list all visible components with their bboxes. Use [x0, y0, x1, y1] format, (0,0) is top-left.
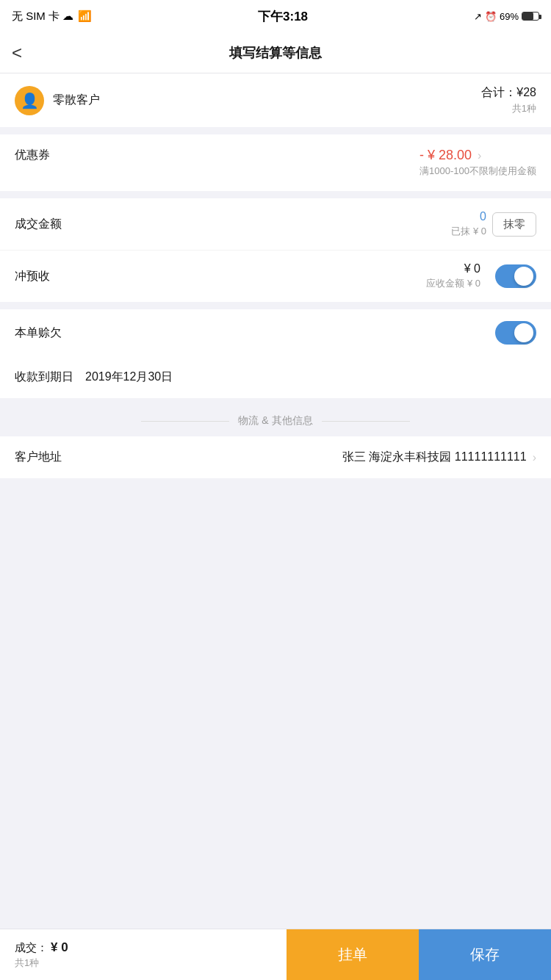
bottom-info: 成交： ¥ 0 共1种: [0, 929, 287, 980]
prepay-label: 冲预收: [15, 269, 50, 284]
coupon-label: 优惠券: [15, 148, 50, 163]
prepay-amount: ¥ 0: [464, 262, 480, 275]
chevron-right-icon: ›: [478, 149, 481, 162]
rounded-label: 已抹 ¥ 0: [451, 225, 486, 238]
prepay-toggle[interactable]: [495, 264, 536, 288]
page-title: 填写结算等信息: [229, 44, 322, 62]
customer-row: 👤 零散客户 合计：¥28 共1种: [0, 73, 551, 127]
address-value: 张三 海淀永丰科技园 11111111111: [342, 450, 527, 465]
status-left: 无 SIM 卡 ☁ 📶: [12, 10, 92, 24]
transaction-amount-row: 成交金额 0 已抹 ¥ 0 抹零: [0, 198, 551, 250]
address-chevron-icon: ›: [533, 451, 536, 464]
bottom-transaction-label: 成交：: [15, 941, 48, 955]
bottom-bar: 成交： ¥ 0 共1种 挂单 保存: [0, 929, 551, 980]
coupon-row[interactable]: 优惠券 - ¥ 28.00 › 满1000-100不限制使用金额: [0, 134, 551, 191]
prepay-receivable: 应收金额 ¥ 0: [426, 277, 480, 290]
coupon-description: 满1000-100不限制使用金额: [419, 165, 536, 178]
customer-count: 共1种: [481, 102, 536, 115]
customer-total: 合计：¥28: [481, 85, 536, 101]
transaction-amount-right: 0 已抹 ¥ 0 抹零: [451, 210, 536, 238]
status-right: ↗ ⏰ 69%: [474, 11, 539, 22]
alarm-icon: ⏰: [485, 11, 497, 22]
prepay-row: 冲预收 ¥ 0 应收金额 ¥ 0: [0, 250, 551, 302]
back-button[interactable]: <: [12, 40, 28, 66]
due-date-label: 收款到期日: [15, 370, 73, 385]
customer-left: 👤 零散客户: [15, 86, 100, 115]
coupon-discount: - ¥ 28.00: [419, 148, 472, 163]
transaction-amount-label: 成交金额: [15, 217, 62, 232]
customer-section: 👤 零散客户 合计：¥28 共1种: [0, 73, 551, 127]
transaction-section: 成交金额 0 已抹 ¥ 0 抹零 冲预收 ¥ 0 应收金额 ¥ 0: [0, 198, 551, 302]
wifi-icon: 📶: [78, 10, 92, 23]
no-sim-label: 无 SIM 卡 ☁: [12, 10, 73, 24]
avatar: 👤: [15, 86, 44, 115]
logistics-label: 物流 & 其他信息: [238, 414, 312, 428]
coupon-section: 优惠券 - ¥ 28.00 › 满1000-100不限制使用金额: [0, 134, 551, 191]
divider-right: [322, 421, 410, 422]
due-date-row: 收款到期日 2019年12月30日: [0, 356, 551, 398]
status-time: 下午3:18: [258, 8, 308, 25]
nav-bar: < 填写结算等信息: [0, 32, 551, 73]
credit-row: 本单赊欠: [0, 309, 551, 356]
transaction-amount-value[interactable]: 0: [480, 210, 486, 223]
credit-toggle-knob: [514, 323, 533, 342]
battery-icon: [522, 12, 539, 21]
toggle-knob: [514, 267, 533, 286]
address-row[interactable]: 客户地址 张三 海淀永丰科技园 11111111111 ›: [0, 436, 551, 478]
status-bar: 无 SIM 卡 ☁ 📶 下午3:18 ↗ ⏰ 69%: [0, 0, 551, 32]
address-right: 张三 海淀永丰科技园 11111111111 ›: [342, 450, 536, 465]
save-button[interactable]: 保存: [419, 929, 551, 980]
bottom-transaction-value: ¥ 0: [51, 940, 68, 955]
credit-right: [495, 321, 536, 345]
location-icon: ↗: [474, 11, 482, 22]
battery-percent: 69%: [500, 11, 519, 22]
hold-order-button[interactable]: 挂单: [287, 929, 419, 980]
credit-section: 本单赊欠 收款到期日 2019年12月30日: [0, 309, 551, 398]
customer-name: 零散客户: [53, 93, 100, 108]
divider-left: [141, 421, 229, 422]
customer-right: 合计：¥28 共1种: [481, 85, 536, 115]
bottom-spacer: [0, 486, 551, 544]
logistics-section-header: 物流 & 其他信息: [0, 406, 551, 436]
credit-label: 本单赊欠: [15, 325, 62, 341]
prepay-right: ¥ 0 应收金额 ¥ 0: [426, 262, 536, 290]
bottom-count: 共1种: [15, 956, 287, 970]
address-section: 客户地址 张三 海淀永丰科技园 11111111111 ›: [0, 436, 551, 478]
due-date-value[interactable]: 2019年12月30日: [85, 370, 173, 385]
coupon-right: - ¥ 28.00 › 满1000-100不限制使用金额: [419, 148, 536, 178]
credit-toggle[interactable]: [495, 321, 536, 345]
address-label: 客户地址: [15, 450, 62, 465]
avatar-icon: 👤: [21, 92, 39, 109]
round-zero-button[interactable]: 抹零: [492, 212, 536, 237]
